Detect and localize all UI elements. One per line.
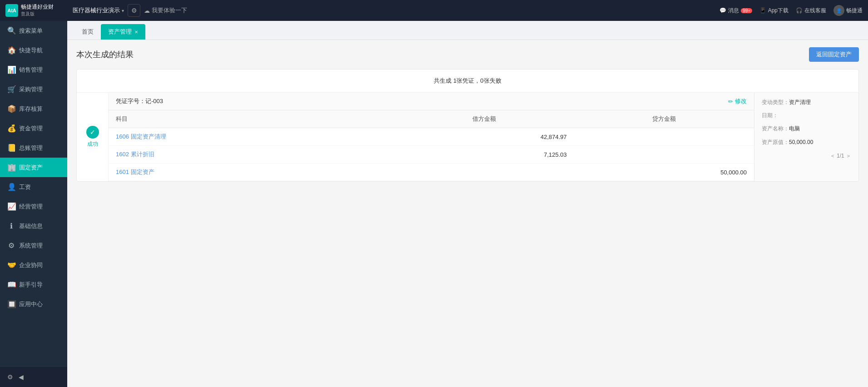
edit-label: 修改: [735, 97, 747, 105]
sidebar-item-inventory[interactable]: 📦 库存核算: [0, 99, 67, 119]
sidebar: 🔍 搜索菜单 🏠 快捷导航 📊 销售管理 🛒 采购管理 📦 库存核算 💰: [0, 21, 67, 387]
sidebar-label-basic-info: 基础信息: [19, 222, 43, 230]
tab-bar: 首页 资产管理 ✕: [67, 21, 868, 40]
online-service-action[interactable]: 🎧 在线客服: [796, 7, 826, 15]
sidebar-bottom: ⚙ ◀: [0, 366, 67, 387]
col-subject: 科目: [109, 110, 394, 128]
sidebar-item-app-center[interactable]: 🔲 应用中心: [0, 294, 67, 314]
message-action[interactable]: 💬 消息 99+: [719, 7, 752, 15]
edit-button[interactable]: ✏ 修改: [728, 97, 747, 105]
app-download-action[interactable]: 📱 App下载: [759, 7, 789, 15]
company-selector[interactable]: 医疗器械行业演示 ▾: [73, 6, 124, 15]
purchase-icon: 🛒: [7, 85, 15, 94]
app-center-icon: 🔲: [7, 300, 15, 308]
download-icon: 📱: [759, 7, 766, 14]
subject-2: 1602 累计折旧: [109, 146, 394, 164]
table-row: 1601 固定资产 50,000.00: [109, 164, 754, 181]
subject-link-1[interactable]: 1606 固定资产清理: [116, 133, 166, 140]
edit-icon: ✏: [728, 98, 733, 105]
sidebar-item-payroll[interactable]: 👤 工资: [0, 177, 67, 197]
voucher-table-area: 凭证字号：记-003 ✏ 修改 科目 借方金额: [109, 93, 754, 181]
logo-text: 畅捷通好业财: [21, 4, 54, 11]
cloud-icon: ☁: [144, 7, 150, 14]
voucher-section: ✓ 成功 凭证字号：记-003 ✏ 修改: [77, 93, 858, 181]
sidebar-label-operations: 经营管理: [19, 203, 43, 211]
result-panel: 共生成 1张凭证，0张失败 ✓ 成功 凭证字号：: [76, 69, 859, 182]
system-icon: ⚙: [7, 241, 15, 250]
voucher-header: 凭证字号：记-003 ✏ 修改: [109, 93, 754, 110]
return-button[interactable]: 返回固定资产: [809, 47, 859, 62]
company-name: 医疗器械行业演示: [73, 6, 120, 15]
sidebar-item-operations[interactable]: 📈 经营管理: [0, 197, 67, 216]
sidebar-label-quick-nav: 快捷导航: [19, 46, 43, 55]
sidebar-item-quick-nav[interactable]: 🏠 快捷导航: [0, 40, 67, 60]
sidebar-item-purchase[interactable]: 🛒 采购管理: [0, 79, 67, 99]
sales-icon: 📊: [7, 65, 15, 74]
sidebar-item-system[interactable]: ⚙ 系统管理: [0, 236, 67, 255]
sidebar-item-fixed-assets[interactable]: 🏢 固定资产: [0, 158, 67, 177]
home-icon: 🏠: [7, 46, 15, 55]
payroll-icon: 👤: [7, 183, 15, 191]
sidebar-label-system: 系统管理: [19, 242, 43, 250]
sidebar-item-ledger[interactable]: 📒 总账管理: [0, 138, 67, 158]
search-icon: 🔍: [7, 26, 15, 35]
tab-home[interactable]: 首页: [74, 24, 101, 40]
collapse-icon[interactable]: ◀: [19, 373, 24, 381]
subject-link-3[interactable]: 1601 固定资产: [116, 169, 154, 175]
tab-asset-management-label: 资产管理: [108, 28, 132, 36]
sidebar-label-search: 搜索菜单: [19, 27, 43, 35]
experience-btn[interactable]: ☁ 我要体验一下: [144, 6, 187, 15]
avatar: 👤: [833, 5, 844, 16]
asset-name-label: 资产名称：: [762, 124, 789, 133]
settings-icon[interactable]: ⚙: [128, 4, 140, 17]
message-badge: 99+: [741, 8, 752, 13]
col-debit: 借方金额: [394, 110, 574, 128]
tab-asset-management[interactable]: 资产管理 ✕: [101, 24, 145, 40]
logo-sub: 普及版: [21, 11, 54, 17]
enterprise-icon: 🤝: [7, 261, 15, 269]
debit-2: 7,125.03: [394, 146, 574, 164]
sidebar-item-guide[interactable]: 📖 新手引导: [0, 275, 67, 294]
success-icon: ✓: [86, 126, 99, 139]
info-original-value: 资产原值： 50,000.00: [762, 138, 851, 147]
inventory-icon: 📦: [7, 104, 15, 113]
fixed-assets-icon: 🏢: [7, 163, 15, 172]
sidebar-label-ledger: 总账管理: [19, 144, 43, 152]
page-title-bar: 本次生成的结果 返回固定资产: [76, 47, 859, 62]
status-label: 成功: [87, 140, 98, 148]
sidebar-scroll: 🔍 搜索菜单 🏠 快捷导航 📊 销售管理 🛒 采购管理 📦 库存核算 💰: [0, 21, 67, 366]
sidebar-item-finance[interactable]: 💰 资金管理: [0, 119, 67, 138]
debit-3: [394, 164, 574, 181]
content-area: 首页 资产管理 ✕ 本次生成的结果 返回固定资产 共生成 1张凭证，0张失败: [67, 21, 868, 387]
service-icon: 🎧: [796, 7, 803, 14]
table-header-row: 科目 借方金额 贷方金额: [109, 110, 754, 128]
sidebar-label-purchase: 采购管理: [19, 85, 43, 94]
sidebar-item-enterprise[interactable]: 🤝 企业协同: [0, 255, 67, 275]
info-change-type: 变动类型： 资产清理: [762, 98, 851, 107]
original-value-value: 50,000.00: [789, 138, 813, 147]
info-date: 日期：: [762, 111, 851, 120]
sidebar-label-app-center: 应用中心: [19, 300, 43, 308]
date-label: 日期：: [762, 111, 787, 120]
next-icon[interactable]: ＞: [846, 153, 851, 159]
change-type-value: 资产清理: [789, 98, 811, 107]
basic-info-icon: ℹ: [7, 222, 15, 230]
sidebar-label-guide: 新手引导: [19, 281, 43, 289]
app-download-label: App下载: [768, 7, 789, 15]
top-header: AtA 畅捷通好业财 普及版 医疗器械行业演示 ▾ ⚙ ☁ 我要体验一下 💬 消…: [0, 0, 868, 21]
settings-bottom-icon[interactable]: ⚙: [7, 373, 13, 381]
sidebar-label-enterprise: 企业协同: [19, 261, 43, 269]
table-row: 1602 累计折旧 7,125.03: [109, 146, 754, 164]
message-icon: 💬: [719, 7, 726, 14]
user-info[interactable]: 👤 畅捷通: [833, 5, 863, 16]
sidebar-label-inventory: 库存核算: [19, 105, 43, 113]
right-info-panel: 变动类型： 资产清理 日期： 资产名称： 电脑 资产原值：: [754, 93, 858, 181]
sidebar-item-sales[interactable]: 📊 销售管理: [0, 60, 67, 79]
tab-close-icon[interactable]: ✕: [134, 30, 138, 35]
online-service-label: 在线客服: [804, 7, 826, 15]
prev-icon[interactable]: ＜: [830, 153, 835, 159]
sidebar-item-search[interactable]: 🔍 搜索菜单: [0, 21, 67, 40]
header-right: 💬 消息 99+ 📱 App下载 🎧 在线客服 👤 畅捷通: [719, 5, 863, 16]
subject-link-2[interactable]: 1602 累计折旧: [116, 151, 154, 158]
sidebar-item-basic-info[interactable]: ℹ 基础信息: [0, 216, 67, 236]
